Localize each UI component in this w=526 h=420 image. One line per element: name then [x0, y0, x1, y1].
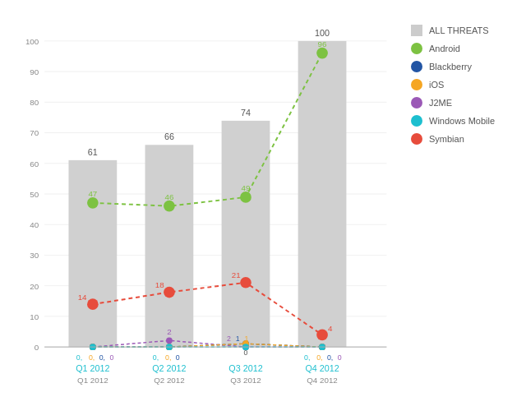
android-val-q3: 49 [242, 183, 251, 192]
legend-item-j2me: J2ME [411, 97, 518, 108]
j2me-label: J2ME [429, 98, 452, 108]
bar-label-q2: 66 [164, 132, 174, 141]
bb-q1-bottom: 0, [99, 353, 105, 362]
legend-item-symbian: Symbian [411, 133, 518, 145]
svg-text:70: 70 [30, 128, 39, 137]
j2me-dot-q2 [166, 337, 173, 344]
wm-swatch [411, 115, 422, 127]
wm-q1-bottom: 0, [76, 353, 82, 362]
symbian-val-q4: 4 [328, 324, 333, 333]
svg-text:60: 60 [30, 159, 39, 168]
q2-label: Q2 2012 [152, 363, 186, 373]
wm-label: Windows Mobile [429, 116, 495, 126]
legend-item-ios: iOS [411, 79, 518, 90]
android-dot-q1 [87, 197, 99, 209]
android-val-q2: 46 [164, 192, 173, 201]
chart-area: 100 90 80 70 60 50 40 30 20 10 0 61 66 7… [8, 16, 403, 412]
legend-item-all-threats: ALL THREATS [411, 25, 518, 36]
svg-text:50: 50 [30, 190, 39, 199]
ios-q4-bottom: 0, [316, 353, 322, 362]
symbian-label: Symbian [429, 134, 464, 144]
legend: ALL THREATS Android Blackberry iOS J2ME … [411, 16, 518, 412]
q1-sublabel: Q1 2012 [77, 376, 108, 385]
legend-item-android: Android [411, 43, 518, 54]
bar-label-q4: 100 [315, 28, 330, 38]
bar-q2 [145, 145, 194, 347]
q4-label: Q4 2012 [305, 363, 339, 373]
svg-text:30: 30 [30, 251, 39, 260]
j2me-q4-bottom: 0 [338, 353, 342, 362]
ios-val-q3-label: 1 [245, 335, 249, 343]
android-dot-q2 [164, 201, 175, 212]
chart-svg: 100 90 80 70 60 50 40 30 20 10 0 61 66 7… [8, 16, 403, 412]
svg-text:80: 80 [30, 98, 39, 107]
ios-q1-bottom: 0, [89, 353, 95, 362]
ios-q2-bottom: 0, [165, 353, 171, 362]
android-val-q4: 96 [318, 39, 327, 48]
bb-q2-bottom: 0 [176, 353, 180, 362]
svg-text:40: 40 [30, 220, 39, 229]
j2me-swatch [411, 97, 422, 108]
bar-q1 [68, 160, 117, 347]
wm-q2-bottom: 0, [153, 353, 159, 362]
bb-q4-bottom: 0, [327, 353, 333, 362]
j2me-line [93, 340, 322, 347]
all-threats-label: ALL THREATS [429, 25, 489, 35]
android-dot-q3 [240, 192, 251, 203]
legend-item-windows-mobile: Windows Mobile [411, 115, 518, 127]
j2me-q1-bottom: 0 [109, 353, 113, 362]
q4-sublabel: Q4 2012 [307, 376, 338, 385]
j2me-val-q2: 2 [167, 327, 171, 336]
j2me-val-q3-label: 2 [227, 335, 231, 343]
bar-label-q1: 61 [88, 147, 98, 157]
android-dot-q4 [316, 48, 328, 59]
android-val-q1: 47 [88, 189, 97, 198]
blackberry-label: Blackberry [429, 62, 472, 72]
main-container: 100 90 80 70 60 50 40 30 20 10 0 61 66 7… [0, 0, 526, 420]
symbian-val-q3: 21 [232, 270, 241, 279]
wm-q4-bottom: 0, [304, 353, 310, 362]
q3-sublabel: Q3 2012 [230, 376, 261, 385]
ios-swatch [411, 79, 422, 90]
symbian-dot-q2 [164, 287, 175, 298]
symbian-dot-q3 [240, 277, 251, 288]
symbian-val-q2: 18 [155, 280, 164, 289]
zero-q3-label: 0 [244, 348, 248, 357]
svg-text:100: 100 [25, 37, 39, 46]
blackberry-swatch [411, 61, 422, 72]
bar-label-q3: 74 [241, 108, 251, 118]
android-label: Android [429, 44, 460, 53]
android-swatch [411, 43, 422, 54]
svg-text:90: 90 [30, 67, 39, 76]
ios-label: iOS [429, 80, 444, 90]
android-line [93, 53, 322, 206]
symbian-line [93, 283, 322, 335]
svg-text:0: 0 [35, 343, 39, 352]
q1-label: Q1 2012 [76, 363, 109, 373]
q2-sublabel: Q2 2012 [154, 376, 185, 385]
q3-label: Q3 2012 [228, 363, 262, 373]
all-threats-swatch [411, 25, 422, 36]
symbian-dot-q4 [316, 330, 328, 341]
svg-text:10: 10 [30, 312, 39, 321]
legend-item-blackberry: Blackberry [411, 61, 518, 72]
svg-text:20: 20 [30, 282, 39, 291]
symbian-val-q1: 14 [78, 293, 87, 302]
bb-val-q3-label: 1 [236, 335, 240, 343]
symbian-swatch [411, 133, 422, 145]
symbian-dot-q1 [87, 298, 99, 310]
bar-q3 [222, 121, 270, 347]
bar-q4 [298, 41, 347, 347]
